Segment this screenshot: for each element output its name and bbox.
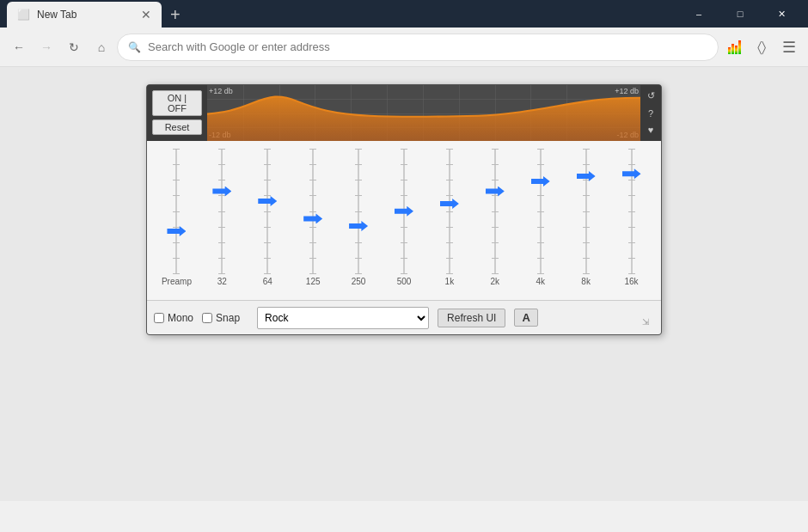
- tick-mark: [628, 258, 635, 259]
- tick-mark: [355, 273, 362, 274]
- close-window-button[interactable]: ✕: [762, 0, 801, 28]
- tick-mark: [309, 164, 316, 165]
- font-button[interactable]: A: [514, 309, 537, 327]
- tick-mark: [446, 211, 453, 212]
- on-off-button[interactable]: ON | OFF: [152, 90, 202, 116]
- tick-mark: [492, 180, 499, 180]
- tick-mark: [309, 242, 316, 243]
- tick-mark: [537, 258, 544, 259]
- tick-mark: [218, 273, 225, 274]
- audio-extension-icon[interactable]: [722, 35, 746, 59]
- tick-mark: [583, 227, 590, 228]
- slider-handle-16k[interactable]: [622, 168, 641, 179]
- search-icon: 🔍: [128, 41, 141, 53]
- tick-mark: [401, 195, 407, 196]
- tick-mark: [628, 273, 635, 274]
- tick-mark: [492, 242, 499, 243]
- mono-label: Mono: [168, 312, 193, 324]
- slider-handle-500[interactable]: [395, 206, 413, 217]
- eq-controls-left: ON | OFF Reset: [147, 85, 207, 141]
- tick-mark: [583, 149, 590, 150]
- extensions-button[interactable]: 〈〉: [750, 35, 774, 59]
- slider-label-Preamp: Preamp: [162, 277, 192, 286]
- tick-mark: [401, 242, 407, 243]
- tick-mark: [583, 242, 590, 243]
- tick-mark: [492, 227, 499, 228]
- mono-checkbox[interactable]: [154, 313, 164, 323]
- slider-label-32: 32: [217, 277, 227, 286]
- tick-mark: [173, 273, 180, 274]
- tick-mark: [309, 180, 316, 180]
- meter-bar-4: [738, 40, 741, 54]
- tick-mark: [628, 195, 635, 196]
- tick-mark: [446, 227, 453, 228]
- menu-button[interactable]: ☰: [777, 35, 801, 59]
- tick-mark: [264, 242, 271, 243]
- snap-checkbox-group: Snap: [202, 312, 240, 324]
- address-input[interactable]: [148, 40, 707, 53]
- back-button[interactable]: ←: [7, 35, 31, 59]
- tick-mark: [355, 242, 362, 243]
- tick-mark: [583, 273, 590, 274]
- slider-handle-64[interactable]: [258, 196, 277, 206]
- refresh-icon[interactable]: ↺: [642, 89, 659, 104]
- slider-track-32: [221, 149, 223, 273]
- close-tab-button[interactable]: ✕: [141, 8, 151, 21]
- slider-col-250: 250: [340, 149, 377, 295]
- tick-mark: [583, 258, 590, 259]
- tick-mark: [173, 242, 180, 243]
- eq-sliders-area: Preamp32641252505001k2k4k8k16k: [147, 141, 661, 300]
- snap-checkbox[interactable]: [202, 313, 212, 323]
- tick-mark: [537, 195, 544, 196]
- tick-mark: [355, 149, 362, 150]
- heart-icon[interactable]: ♥: [642, 122, 659, 138]
- slider-handle-125[interactable]: [303, 213, 322, 223]
- tick-mark: [492, 273, 499, 274]
- address-bar[interactable]: 🔍: [117, 34, 719, 61]
- refresh-ui-button[interactable]: Refresh UI: [438, 309, 505, 327]
- slider-track-4k: [540, 149, 542, 273]
- meter-bar-2: [731, 44, 734, 54]
- tick-mark: [218, 211, 225, 212]
- tick-mark: [401, 258, 407, 259]
- tick-mark: [583, 211, 590, 212]
- reset-button[interactable]: Reset: [152, 119, 202, 135]
- tick-mark: [446, 164, 453, 165]
- slider-label-8k: 8k: [581, 277, 591, 286]
- tick-mark: [309, 258, 316, 259]
- minimize-button[interactable]: –: [679, 0, 719, 28]
- mono-checkbox-group: Mono: [154, 312, 193, 324]
- home-button[interactable]: ⌂: [89, 35, 113, 59]
- tick-mark: [264, 195, 271, 196]
- tick-mark: [218, 258, 225, 259]
- slider-track-2k: [494, 149, 496, 273]
- tick-mark: [218, 164, 225, 165]
- slider-handle-1k[interactable]: [440, 199, 459, 209]
- tick-mark: [446, 180, 453, 180]
- slider-handle-4k[interactable]: [531, 176, 550, 187]
- tick-mark: [492, 211, 499, 212]
- tick-mark: [173, 180, 180, 180]
- tick-mark: [492, 164, 499, 165]
- forward-button[interactable]: →: [34, 35, 58, 59]
- preset-select[interactable]: FlatRockPopClassicalJazzBass BoostTreble…: [257, 307, 429, 329]
- tick-mark: [401, 164, 407, 165]
- slider-track-250: [358, 149, 359, 273]
- slider-handle-250[interactable]: [349, 221, 368, 231]
- tick-mark: [355, 195, 362, 196]
- browser-tab[interactable]: ⬜ New Tab ✕: [7, 2, 162, 28]
- slider-col-32: 32: [203, 149, 241, 295]
- slider-label-125: 125: [306, 277, 321, 286]
- new-tab-button[interactable]: +: [165, 2, 186, 28]
- resize-handle[interactable]: ⇲: [642, 317, 654, 329]
- slider-col-2k: 2k: [476, 149, 514, 295]
- refresh-button[interactable]: ↻: [62, 35, 86, 59]
- tab-title: New Tab: [37, 9, 77, 21]
- slider-handle-Preamp[interactable]: [167, 226, 186, 236]
- slider-track-1k: [449, 149, 450, 273]
- eq-frequency-graph[interactable]: +12 db -12 db +12 db -12 db: [207, 85, 640, 141]
- help-icon[interactable]: ?: [642, 106, 659, 121]
- slider-col-preamp: Preamp: [157, 149, 195, 295]
- maximize-button[interactable]: □: [720, 0, 760, 28]
- tick-mark: [173, 164, 180, 165]
